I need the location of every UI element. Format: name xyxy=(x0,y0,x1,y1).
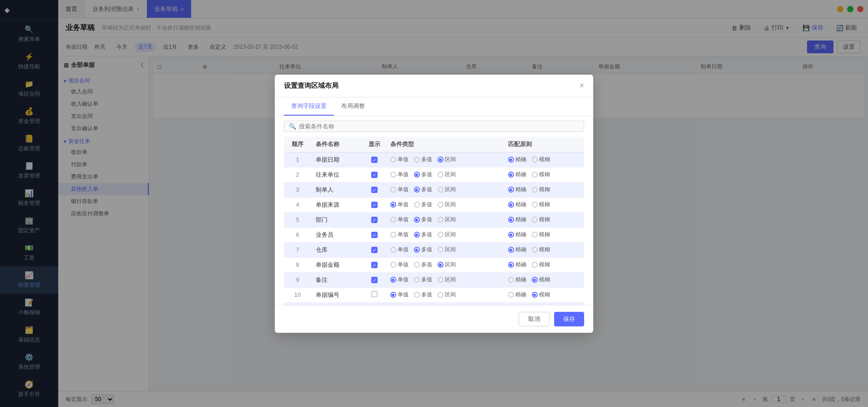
condition-range-radio[interactable]: 区间 xyxy=(438,216,456,224)
cancel-button[interactable]: 取消 xyxy=(519,312,550,326)
condition-single-radio[interactable]: 单值 xyxy=(390,216,409,224)
condition-range-radio[interactable]: 区间 xyxy=(438,156,456,163)
condition-range-radio[interactable]: 区间 xyxy=(438,246,456,254)
row-show-checkbox[interactable] xyxy=(363,287,386,302)
radio-circle xyxy=(508,187,514,193)
condition-range-radio[interactable]: 区间 xyxy=(438,261,456,269)
match-exact-radio[interactable]: 精确 xyxy=(508,216,526,224)
match-exact-radio[interactable]: 精确 xyxy=(508,171,526,178)
condition-multi-radio[interactable]: 多值 xyxy=(414,201,432,209)
condition-multi-radio[interactable]: 多值 xyxy=(414,261,432,269)
match-fuzzy-radio[interactable]: 模糊 xyxy=(532,261,550,269)
match-principle-group: 精确模糊 xyxy=(508,156,580,163)
condition-single-radio[interactable]: 单值 xyxy=(390,201,409,209)
row-show-checkbox[interactable] xyxy=(363,272,386,287)
condition-multi-radio[interactable]: 多值 xyxy=(414,246,432,254)
checkbox-checked[interactable] xyxy=(371,202,378,208)
match-fuzzy-radio[interactable]: 模糊 xyxy=(532,201,550,209)
condition-single-radio[interactable]: 单值 xyxy=(390,156,409,163)
match-fuzzy-radio[interactable]: 模糊 xyxy=(532,291,550,299)
match-exact-radio[interactable]: 精确 xyxy=(508,261,526,269)
match-fuzzy-radio[interactable]: 模糊 xyxy=(532,171,550,178)
row-show-checkbox[interactable] xyxy=(363,197,386,212)
condition-single-radio[interactable]: 单值 xyxy=(390,171,409,178)
match-exact-radio[interactable]: 精确 xyxy=(508,291,526,299)
row-order: 2 xyxy=(284,167,311,182)
match-principle-group: 精确模糊 xyxy=(508,216,580,224)
match-fuzzy-radio[interactable]: 模糊 xyxy=(532,156,550,163)
condition-multi-radio[interactable]: 多值 xyxy=(414,291,432,299)
search-input[interactable] xyxy=(299,123,408,130)
condition-single-radio[interactable]: 单值 xyxy=(390,276,409,284)
condition-multi-radio[interactable]: 多值 xyxy=(414,186,432,193)
condition-range-radio[interactable]: 区间 xyxy=(438,231,456,239)
modal-search-area: 🔍 xyxy=(275,116,593,137)
radio-circle xyxy=(508,157,514,163)
condition-single-radio[interactable]: 单值 xyxy=(390,231,409,239)
modal-table-row: 9备注单值多值区间精确模糊 xyxy=(284,272,584,287)
row-show-checkbox[interactable] xyxy=(363,212,386,227)
match-fuzzy-radio[interactable]: 模糊 xyxy=(532,276,550,284)
row-order: 4 xyxy=(284,197,311,212)
row-show-checkbox[interactable] xyxy=(363,227,386,242)
checkbox-checked[interactable] xyxy=(371,157,378,163)
modal-tab-layout[interactable]: 布局调整 xyxy=(334,97,372,116)
row-match-principle: 精确模糊 xyxy=(504,227,584,242)
row-show-checkbox[interactable] xyxy=(363,257,386,272)
save-confirm-button[interactable]: 保存 xyxy=(554,312,584,326)
row-condition-type: 单值多值区间 xyxy=(386,242,504,257)
match-fuzzy-radio[interactable]: 模糊 xyxy=(532,246,550,254)
row-condition-type: 单值多值区间 xyxy=(386,227,504,242)
modal-table-row: 1单据日期单值多值区间精确模糊 xyxy=(284,152,584,167)
condition-range-radio[interactable]: 区间 xyxy=(438,291,456,299)
radio-circle xyxy=(414,292,420,298)
row-condition-name: 往来单位 xyxy=(311,167,363,182)
condition-single-radio[interactable]: 单值 xyxy=(390,291,409,299)
match-exact-radio[interactable]: 精确 xyxy=(508,201,526,209)
condition-single-radio[interactable]: 单值 xyxy=(390,261,409,269)
match-exact-radio[interactable]: 精确 xyxy=(508,186,526,193)
modal-table-row: 2往来单位单值多值区间精确模糊 xyxy=(284,167,584,182)
row-match-principle: 精确模糊 xyxy=(504,257,584,272)
row-show-checkbox[interactable] xyxy=(363,242,386,257)
match-exact-radio[interactable]: 精确 xyxy=(508,231,526,239)
modal-dialog: 设置查询区域布局 × 查询字段设置 布局调整 🔍 顺序 条件名称 xyxy=(275,75,593,333)
condition-multi-radio[interactable]: 多值 xyxy=(414,171,432,178)
condition-range-radio[interactable]: 区间 xyxy=(438,171,456,178)
condition-range-radio[interactable]: 区间 xyxy=(438,276,456,284)
radio-circle xyxy=(508,262,514,268)
row-show-checkbox[interactable] xyxy=(363,182,386,197)
match-exact-radio[interactable]: 精确 xyxy=(508,246,526,254)
checkbox-checked[interactable] xyxy=(371,247,378,253)
checkbox-checked[interactable] xyxy=(371,217,378,223)
checkbox-checked[interactable] xyxy=(371,187,378,193)
condition-range-radio[interactable]: 区间 xyxy=(438,186,456,193)
modal-close-button[interactable]: × xyxy=(579,81,584,91)
row-show-checkbox[interactable] xyxy=(363,167,386,182)
match-exact-radio[interactable]: 精确 xyxy=(508,156,526,163)
match-exact-radio[interactable]: 精确 xyxy=(508,276,526,284)
condition-multi-radio[interactable]: 多值 xyxy=(414,276,432,284)
condition-multi-radio[interactable]: 多值 xyxy=(414,156,432,163)
row-condition-type: 单值多值区间 xyxy=(386,197,504,212)
checkbox-checked[interactable] xyxy=(371,172,378,178)
match-fuzzy-radio[interactable]: 模糊 xyxy=(532,231,550,239)
checkbox-checked[interactable] xyxy=(371,232,378,238)
condition-type-group: 单值多值区间 xyxy=(390,276,499,284)
match-fuzzy-radio[interactable]: 模糊 xyxy=(532,186,550,193)
match-fuzzy-radio[interactable]: 模糊 xyxy=(532,216,550,224)
row-show-checkbox[interactable] xyxy=(363,152,386,167)
condition-multi-radio[interactable]: 多值 xyxy=(414,216,432,224)
modal-tab-query-fields[interactable]: 查询字段设置 xyxy=(284,97,334,116)
radio-circle xyxy=(390,262,396,268)
condition-multi-radio[interactable]: 多值 xyxy=(414,231,432,239)
row-condition-type: 单值多值区间 xyxy=(386,182,504,197)
modal-table-wrap: 顺序 条件名称 显示 条件类型 匹配原则 1单据日期单值多值区间精确模糊2往来单… xyxy=(275,137,593,305)
checkbox-unchecked[interactable] xyxy=(371,291,378,297)
condition-single-radio[interactable]: 单值 xyxy=(390,246,409,254)
checkbox-checked[interactable] xyxy=(371,262,378,268)
radio-circle xyxy=(532,292,538,298)
condition-range-radio[interactable]: 区间 xyxy=(438,201,456,209)
condition-single-radio[interactable]: 单值 xyxy=(390,186,409,193)
checkbox-checked[interactable] xyxy=(371,277,378,283)
